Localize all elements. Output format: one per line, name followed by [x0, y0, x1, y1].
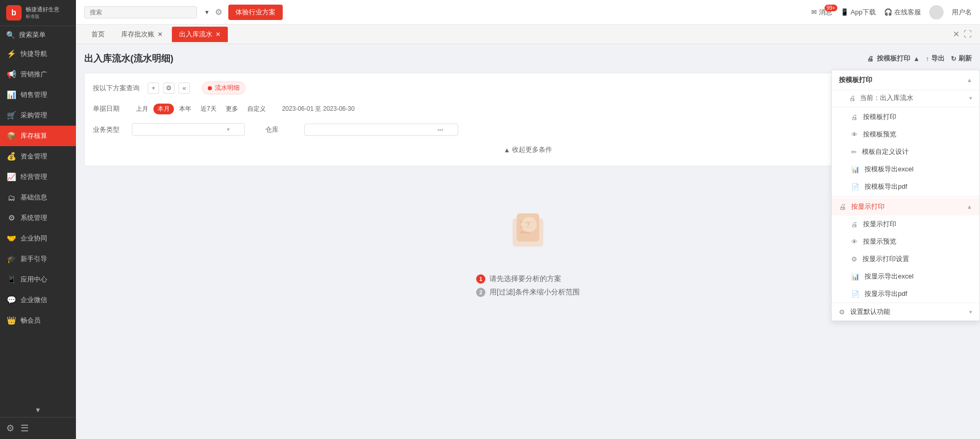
biz-type-select[interactable]: ▾: [132, 123, 245, 136]
template-custom-item[interactable]: ✏ 模板自定义设计: [832, 143, 979, 161]
collapse-menu-icon[interactable]: ☰: [21, 423, 29, 434]
template-pdf-item[interactable]: 📄 按模板导出pdf: [832, 178, 979, 195]
date-range-text: 2023-06-01 至 2023-06-30: [282, 105, 355, 113]
display-print-icon: 🖨: [851, 221, 858, 228]
sidebar-item-purchase[interactable]: 🛒 采购管理: [0, 105, 76, 126]
refresh-btn[interactable]: ↻ 刷新: [951, 54, 972, 63]
sidebar-item-basic[interactable]: 🗂 基础信息: [0, 187, 76, 208]
dropdown-current-item[interactable]: 🖨 当前：出入库流水 ▾: [832, 90, 979, 106]
set-default-item[interactable]: ⚙ 设置默认功能 ▾: [832, 303, 979, 321]
sidebar-search-item[interactable]: 🔍 搜索菜单: [0, 26, 76, 44]
display-pdf-item[interactable]: 📄 按显示导出pdf: [832, 285, 979, 303]
sidebar-item-label: 企业协同: [21, 234, 47, 243]
message-icon: ✉: [811, 8, 817, 16]
sidebar-item-quick-nav[interactable]: ⚡ 快捷导航: [0, 44, 76, 64]
date-tab-more[interactable]: 更多: [222, 104, 242, 114]
sidebar-item-marketing[interactable]: 📢 营销推广: [0, 64, 76, 85]
topbar-gear-icon[interactable]: ⚙: [215, 7, 222, 17]
tab-in-out-flow[interactable]: 出入库流水 ✕: [172, 27, 228, 42]
topbar-right: ✉ 消息 99+ 📱 App下载 🎧 在线客服 用户名: [811, 5, 972, 19]
filter-collapse-btn[interactable]: «: [179, 83, 190, 94]
template-preview-icon: 👁: [851, 131, 858, 138]
close-page-icon[interactable]: ✕: [953, 29, 959, 39]
date-tab-custom[interactable]: 自定义: [243, 104, 270, 114]
display-print-section-header[interactable]: 🖨 按显示打印 ▲: [832, 198, 979, 215]
sidebar-item-vip[interactable]: 👑 畅会员: [0, 310, 76, 331]
filter-actions: + ⚙ «: [148, 83, 190, 94]
display-excel-item[interactable]: 📊 按显示导出excel: [832, 268, 979, 285]
template-print-btn[interactable]: 🖨 按模板打印 ▲: [867, 54, 920, 63]
tab-in-out-flow-label: 出入库流水: [179, 30, 212, 39]
date-tab-this-month[interactable]: 本月: [153, 104, 174, 114]
finance-icon: 💰: [6, 151, 16, 162]
tab-home[interactable]: 首页: [84, 27, 112, 42]
template-custom-item-label: 模板自定义设计: [862, 147, 909, 156]
topbar-message-btn[interactable]: ✉ 消息 99+: [811, 8, 832, 17]
sidebar-scroll-down[interactable]: ▼: [0, 403, 76, 417]
page-header: 出入库流水(流水明细) 🖨 按模板打印 ▲ ↑ 导出 ↻ 刷新: [84, 52, 972, 65]
industry-solution-button[interactable]: 体验行业方案: [228, 5, 283, 20]
divider-2: [832, 196, 979, 197]
basic-icon: 🗂: [6, 192, 16, 203]
sidebar-item-beginner[interactable]: 🎓 新手引导: [0, 249, 76, 269]
sidebar-item-operations[interactable]: 📈 经营管理: [0, 167, 76, 187]
refresh-label: 刷新: [958, 54, 972, 63]
topbar-search-input[interactable]: [84, 6, 197, 18]
brand-info: 畅捷通好生意 标准版: [26, 6, 60, 20]
sidebar-item-wechat[interactable]: 💬 企业微信: [0, 290, 76, 310]
purchase-icon: 🛒: [6, 110, 16, 121]
sidebar-item-system[interactable]: ⚙ 系统管理: [0, 208, 76, 228]
tab-batch-account[interactable]: 库存批次账 ✕: [114, 27, 170, 42]
beginner-icon: 🎓: [6, 254, 16, 264]
topbar-dropdown[interactable]: ▾: [203, 8, 209, 16]
warehouse-label: 仓库: [265, 125, 296, 134]
sidebar-item-inventory[interactable]: 📦 库存核算: [0, 126, 76, 146]
warehouse-arrow: •••: [437, 127, 443, 133]
active-filter-tag[interactable]: 流水明细: [202, 82, 245, 94]
template-excel-item[interactable]: 📊 按模板导出excel: [832, 161, 979, 178]
display-section-icon: 🖨: [839, 203, 846, 211]
collapse-label: 收起更多条件: [512, 145, 552, 154]
filter-label: 按以下方案查询: [93, 84, 140, 93]
sidebar: b 畅捷通好生意 标准版 🔍 搜索菜单 ⚡ 快捷导航 📢 营销推广 📊 销售管理…: [0, 0, 76, 439]
settings-icon[interactable]: ⚙: [6, 423, 14, 434]
display-preview-item[interactable]: 👁 按显示预览: [832, 233, 979, 250]
current-printer-icon: 🖨: [849, 94, 856, 102]
warehouse-select[interactable]: •••: [304, 124, 458, 136]
sidebar-item-app-center[interactable]: 📱 应用中心: [0, 269, 76, 290]
date-tab-this-year[interactable]: 本年: [175, 104, 195, 114]
date-tab-last-month[interactable]: 上月: [132, 104, 152, 114]
display-section-label: 按显示打印: [851, 202, 885, 211]
display-print-settings-item[interactable]: ⚙ 按显示打印设置: [832, 250, 979, 268]
topbar-online-service-btn[interactable]: 🎧 在线客服: [884, 8, 921, 17]
chevron-down-icon: ▾: [205, 8, 209, 16]
sidebar-item-enterprise[interactable]: 🤝 企业协同: [0, 228, 76, 249]
search-icon: 🔍: [6, 31, 15, 39]
display-print-item[interactable]: 🖨 按显示打印: [832, 215, 979, 233]
date-tabs: 上月 本月 本年 近7天 更多 自定义: [132, 104, 270, 114]
page-content: 出入库流水(流水明细) 🖨 按模板打印 ▲ ↑ 导出 ↻ 刷新: [76, 44, 980, 439]
app-center-icon: 📱: [6, 274, 16, 285]
sidebar-item-sales[interactable]: 📊 销售管理: [0, 85, 76, 105]
tab-in-out-flow-close[interactable]: ✕: [215, 31, 221, 38]
date-tab-7days[interactable]: 近7天: [197, 104, 221, 114]
export-btn[interactable]: ↑ 导出: [926, 54, 945, 63]
display-print-item-label: 按显示打印: [863, 220, 896, 229]
template-preview-item[interactable]: 👁 按模板预览: [832, 126, 979, 143]
expand-icon[interactable]: ⛶: [964, 30, 972, 39]
filter-add-btn[interactable]: +: [148, 83, 159, 94]
topbar-app-download-btn[interactable]: 📱 App下载: [840, 8, 876, 17]
user-avatar[interactable]: [929, 5, 944, 19]
template-print-label: 按模板打印: [877, 54, 910, 63]
current-label: 当前：出入库流水: [860, 93, 913, 103]
quick-nav-icon: ⚡: [6, 49, 16, 59]
dropdown-panel-chevron[interactable]: ▲: [967, 77, 972, 83]
sidebar-item-label: 销售管理: [21, 90, 47, 99]
sidebar-item-finance[interactable]: 💰 资金管理: [0, 146, 76, 167]
tab-batch-account-close[interactable]: ✕: [158, 31, 163, 38]
sidebar-item-label: 应用中心: [21, 275, 47, 284]
filter-settings-btn[interactable]: ⚙: [163, 83, 174, 94]
template-print-item[interactable]: 🖨 按模板打印: [832, 108, 979, 126]
empty-state-icon: ?: [502, 203, 554, 264]
empty-steps-list: 1 请先选择要分析的方案 2 用[过滤]条件来缩小分析范围: [476, 274, 580, 301]
